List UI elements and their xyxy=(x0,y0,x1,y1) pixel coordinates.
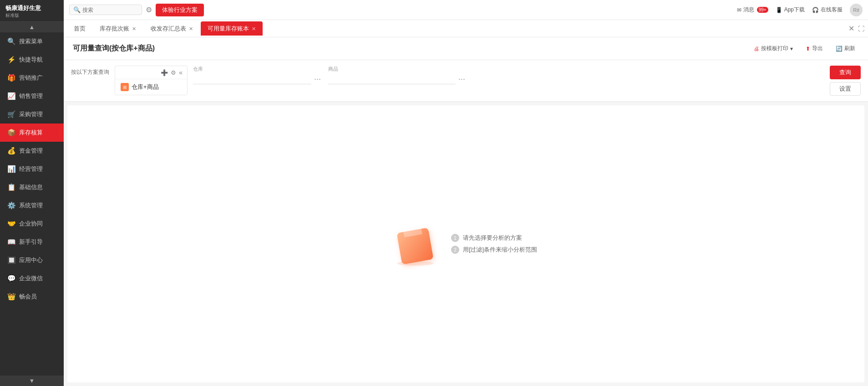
sidebar-item-operation[interactable]: 📊经营管理 xyxy=(0,160,64,178)
tab-recv-summary-close[interactable]: ✕ xyxy=(189,26,193,32)
message-label: 消息 xyxy=(743,6,754,14)
filter-fields: 仓库 ··· 商品 ··· xyxy=(193,66,824,84)
inventory-icon: 📦 xyxy=(7,129,15,137)
sidebar-item-member[interactable]: 👑畅会员 xyxy=(0,288,64,306)
sidebar-item-marketing-promo[interactable]: 🎁营销推广 xyxy=(0,69,64,87)
goods-label: 商品 xyxy=(328,66,465,72)
sidebar-scroll-down[interactable]: ▼ xyxy=(0,376,64,386)
experience-btn[interactable]: 体验行业方案 xyxy=(156,4,204,16)
empty-step-2: 2 用[过滤]条件来缩小分析范围 xyxy=(451,246,537,254)
setting-btn[interactable]: 设置 xyxy=(830,82,861,96)
sidebar-item-label-system: 系统管理 xyxy=(19,201,43,210)
search-input[interactable] xyxy=(82,7,138,13)
step-text-1: 请先选择要分析的方案 xyxy=(463,234,522,242)
message-btn[interactable]: ✉ 消息 99+ xyxy=(737,6,768,14)
query-btn[interactable]: 查询 xyxy=(830,66,861,79)
topbar-right: ✉ 消息 99+ 📱 App下载 🎧 在线客服 Rit xyxy=(737,4,863,16)
app-center-icon: 🔲 xyxy=(7,256,15,264)
tab-recv-summary-label: 收发存汇总表 xyxy=(151,25,186,33)
goods-more-icon[interactable]: ··· xyxy=(458,74,465,84)
sidebar-item-purchase[interactable]: 🛒采购管理 xyxy=(0,105,64,124)
sidebar: 畅康通好生意 标准版 ▲ 🔍搜索菜单⚡快捷导航🎁营销推广📈销售管理🛒采购管理📦库… xyxy=(0,0,64,386)
export-icon: ⬆ xyxy=(806,46,810,52)
settings-icon[interactable]: ⚙ xyxy=(146,5,152,14)
filter-area: 按以下方案查询 ➕ ⚙ « ⊞ 仓库+商品 仓库 xyxy=(64,60,868,102)
warehouse-input[interactable] xyxy=(193,73,311,84)
page-content: 可用量查询(按仓库+商品) 🖨 按模板打印 ▾ ⬆ 导出 🔄 刷新 按以下方 xyxy=(64,37,868,386)
refresh-icon: 🔄 xyxy=(836,46,843,52)
step-num-2: 2 xyxy=(451,246,459,254)
tab-batch-account[interactable]: 库存批次账 ✕ xyxy=(93,21,143,36)
sidebar-item-app-center[interactable]: 🔲应用中心 xyxy=(0,251,64,269)
sidebar-item-cooperation[interactable]: 🤝企业协同 xyxy=(0,215,64,233)
tabs-close-all[interactable]: ✕ xyxy=(848,24,854,33)
sidebar-item-inventory[interactable]: 📦库存核算 xyxy=(0,124,64,142)
app-download-btn[interactable]: 📱 App下载 xyxy=(776,6,805,14)
finance-icon: 💰 xyxy=(7,147,15,155)
scheme-item-warehouse-goods[interactable]: ⊞ 仓库+商品 xyxy=(115,79,187,95)
sidebar-item-system[interactable]: ⚙️系统管理 xyxy=(0,196,64,215)
search-box[interactable]: 🔍 xyxy=(69,5,142,15)
filter-field-goods: 商品 ··· xyxy=(328,66,465,84)
sidebar-item-wechat[interactable]: 💬企业微信 xyxy=(0,269,64,288)
tab-available-ledger[interactable]: 可用量库存账本 ✕ xyxy=(201,21,263,36)
tab-batch-account-close[interactable]: ✕ xyxy=(132,26,136,32)
sidebar-item-label-marketing-promo: 营销推广 xyxy=(19,74,43,82)
filter-field-warehouse: 仓库 ··· xyxy=(193,66,321,84)
search-icon: 🔍 xyxy=(7,37,15,46)
sidebar-scroll-up[interactable]: ▲ xyxy=(0,22,64,32)
collapse-btn[interactable]: « xyxy=(179,69,183,76)
template-print-btn[interactable]: 🖨 按模板打印 ▾ xyxy=(750,43,797,54)
scheme-item-label: 仓库+商品 xyxy=(132,83,159,91)
goods-field-row: ··· xyxy=(328,73,465,84)
message-badge: 99+ xyxy=(757,7,768,13)
refresh-btn[interactable]: 🔄 刷新 xyxy=(832,43,859,54)
settings-scheme-icon[interactable]: ⚙ xyxy=(171,69,176,76)
topbar-left: 🔍 ⚙ 体验行业方案 xyxy=(69,4,733,16)
brand-name: 畅康通好生意 xyxy=(5,5,58,12)
warehouse-label: 仓库 xyxy=(193,66,321,72)
message-icon: ✉ xyxy=(737,7,741,13)
online-service-btn[interactable]: 🎧 在线客服 xyxy=(812,6,843,14)
sidebar-item-label-guide: 新手引导 xyxy=(19,238,43,246)
goods-input[interactable] xyxy=(328,73,456,84)
warehouse-field-row: ··· xyxy=(193,73,321,84)
sidebar-item-shortcut[interactable]: ⚡快捷导航 xyxy=(0,51,64,69)
topbar: 🔍 ⚙ 体验行业方案 ✉ 消息 99+ 📱 App下载 🎧 在线客服 xyxy=(64,0,868,20)
chevron-down-icon: ▾ xyxy=(790,46,793,52)
sidebar-item-finance[interactable]: 💰资金管理 xyxy=(0,142,64,160)
export-btn[interactable]: ⬆ 导出 xyxy=(802,43,827,54)
phone-icon: 📱 xyxy=(776,7,782,13)
tab-recv-summary[interactable]: 收发存汇总表 ✕ xyxy=(144,21,200,36)
refresh-label: 刷新 xyxy=(844,45,855,52)
sidebar-item-label-finance: 资金管理 xyxy=(19,147,43,155)
operation-icon: 📊 xyxy=(7,165,15,173)
sidebar-item-label-operation: 经营管理 xyxy=(19,165,43,173)
shortcut-icon: ⚡ xyxy=(7,56,15,64)
tabs-expand[interactable]: ⛶ xyxy=(858,25,864,32)
sidebar-item-sales[interactable]: 📈销售管理 xyxy=(0,87,64,105)
tab-available-ledger-label: 可用量库存账本 xyxy=(208,25,249,33)
add-scheme-icon[interactable]: ➕ xyxy=(161,69,168,76)
print-icon: 🖨 xyxy=(754,46,759,52)
export-label: 导出 xyxy=(812,45,823,52)
scheme-icon: ⊞ xyxy=(121,83,129,91)
page-header-actions: 🖨 按模板打印 ▾ ⬆ 导出 🔄 刷新 xyxy=(750,43,859,54)
page-title: 可用量查询(按仓库+商品) xyxy=(73,44,155,53)
sidebar-item-basic[interactable]: 📋基础信息 xyxy=(0,178,64,196)
user-menu[interactable]: Rit xyxy=(850,4,863,16)
scheme-actions: ➕ ⚙ xyxy=(161,69,176,76)
tab-available-ledger-close[interactable]: ✕ xyxy=(252,26,256,32)
tab-home[interactable]: 首页 xyxy=(67,22,92,36)
empty-state: 1 请先选择要分析的方案 2 用[过滤]条件来缩小分析范围 xyxy=(67,105,864,382)
app-label: App下载 xyxy=(784,6,805,14)
filter-actions: 查询 设置 xyxy=(830,66,861,96)
template-print-label: 按模板打印 xyxy=(761,45,788,52)
sidebar-item-label-cooperation: 企业协同 xyxy=(19,220,43,228)
warehouse-more-icon[interactable]: ··· xyxy=(314,74,321,84)
guide-icon: 📖 xyxy=(7,238,15,246)
sidebar-item-guide[interactable]: 📖新手引导 xyxy=(0,233,64,251)
sidebar-item-search[interactable]: 🔍搜索菜单 xyxy=(0,32,64,51)
step-num-1: 1 xyxy=(451,234,459,242)
cooperation-icon: 🤝 xyxy=(7,220,15,228)
